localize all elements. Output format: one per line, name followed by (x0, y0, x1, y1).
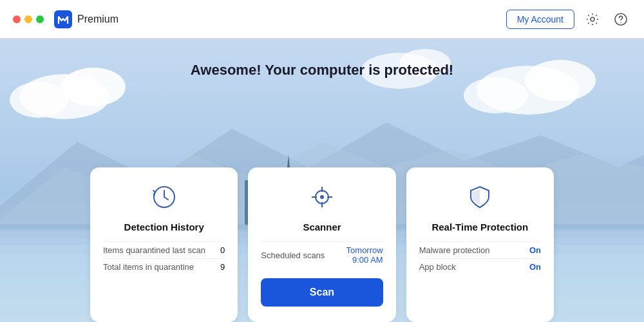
titlebar-right: My Account (506, 9, 631, 30)
svg-point-3 (620, 22, 621, 23)
clock-icon (150, 183, 178, 211)
malware-protection-value: On (529, 245, 541, 255)
realtime-protection-icon-area (419, 183, 541, 214)
scanner-icon-area (261, 183, 383, 214)
cards-row: Detection History Items quarantined last… (90, 167, 554, 322)
quarantine-last-scan-row: Items quarantined last scan 0 (103, 242, 225, 258)
scanner-card: Scanner Scheduled scans Tomorrow9:00 AM … (248, 167, 395, 322)
total-quarantine-row: Total items in quarantine 9 (103, 258, 225, 275)
scheduled-scans-value: Tomorrow9:00 AM (346, 245, 383, 265)
settings-icon (586, 13, 599, 26)
titlebar: Premium My Account (0, 0, 644, 39)
svg-point-14 (464, 77, 528, 113)
quarantine-last-scan-label: Items quarantined last scan (103, 245, 205, 255)
help-icon (614, 13, 627, 26)
shield-icon (466, 183, 494, 211)
scheduled-scans-label: Scheduled scans (261, 251, 325, 260)
scheduled-scans-row: Scheduled scans Tomorrow9:00 AM (261, 242, 383, 268)
app-logo-icon (54, 10, 72, 28)
svg-point-11 (10, 82, 68, 118)
malware-protection-row: Malware protection On (419, 242, 541, 258)
realtime-protection-card: Real-Time Protection Malware protection … (406, 167, 554, 322)
quarantine-last-scan-value: 0 (220, 245, 225, 255)
scanner-title: Scanner (261, 222, 383, 232)
minimize-button[interactable] (24, 15, 32, 23)
settings-button[interactable] (582, 9, 603, 30)
app-block-value: On (529, 262, 541, 272)
realtime-protection-title: Real-Time Protection (419, 222, 541, 232)
app-block-label: App block (419, 262, 456, 272)
my-account-button[interactable]: My Account (506, 10, 574, 29)
main-content: Awesome! Your computer is protected! Det… (0, 39, 644, 322)
detection-history-title: Detection History (103, 222, 225, 232)
help-button[interactable] (611, 9, 631, 30)
malware-protection-label: Malware protection (419, 245, 490, 255)
logo-area: Premium (54, 10, 118, 28)
total-quarantine-value: 9 (220, 262, 225, 272)
hero-message: Awesome! Your computer is protected! (0, 39, 644, 79)
close-button[interactable] (13, 15, 21, 23)
maximize-button[interactable] (36, 15, 44, 23)
scanner-icon (308, 183, 336, 211)
svg-point-1 (591, 17, 594, 21)
scan-button[interactable]: Scan (261, 278, 383, 307)
traffic-lights (13, 15, 44, 23)
detection-history-icon-area (103, 183, 225, 214)
detection-history-card: Detection History Items quarantined last… (90, 167, 238, 322)
total-quarantine-label: Total items in quarantine (103, 262, 194, 272)
app-block-row: App block On (419, 258, 541, 275)
svg-point-47 (320, 195, 324, 199)
app-name: Premium (77, 14, 118, 25)
